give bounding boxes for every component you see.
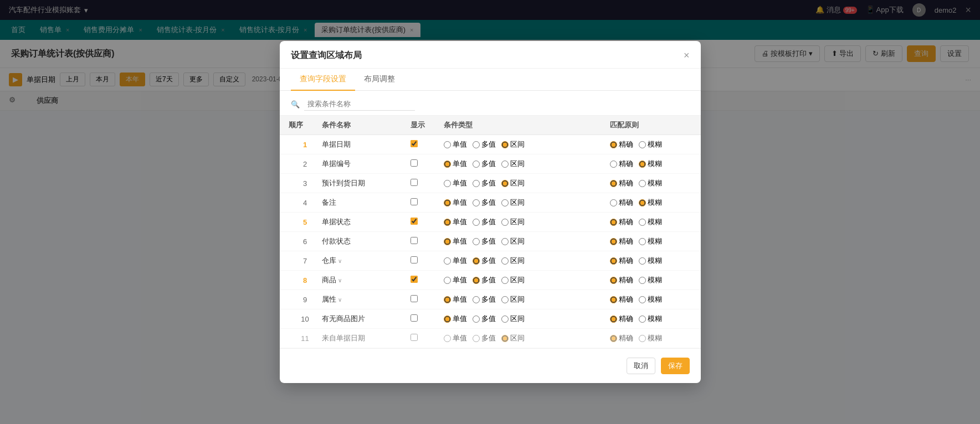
search-input[interactable]: [304, 97, 415, 111]
modal-search-bar: 🔍: [280, 91, 701, 111]
settings-modal: 设置查询区域布局 × 查询字段设置 布局调整 🔍 顺序 条件名称 显示 条件类型: [280, 41, 701, 111]
modal-tab-layout[interactable]: 布局调整: [355, 69, 404, 91]
modal-tabs: 查询字段设置 布局调整: [280, 69, 701, 91]
search-icon: 🔍: [291, 100, 300, 108]
modal-title: 设置查询区域布局: [291, 50, 362, 61]
modal-overlay: 设置查询区域布局 × 查询字段设置 布局调整 🔍 顺序 条件名称 显示 条件类型: [0, 0, 980, 111]
modal-tab-query-fields[interactable]: 查询字段设置: [291, 69, 355, 91]
modal-header: 设置查询区域布局 ×: [280, 41, 701, 69]
modal-tab-query-fields-label: 查询字段设置: [300, 74, 346, 83]
modal-close-button[interactable]: ×: [684, 50, 690, 61]
modal-tab-layout-label: 布局调整: [364, 74, 395, 83]
